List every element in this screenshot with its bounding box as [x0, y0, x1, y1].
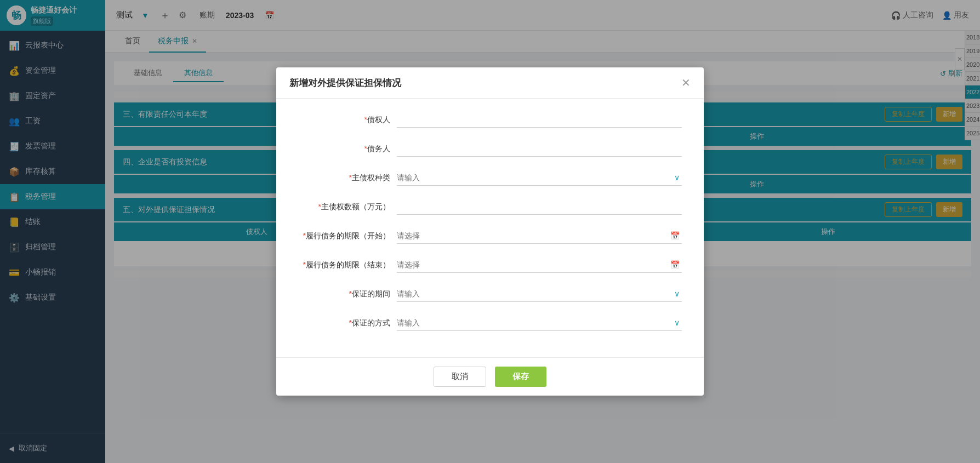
input-date-start[interactable] [397, 228, 668, 243]
date-wrap-end: 📅 [397, 257, 682, 273]
label-creditor: *债权人 [298, 115, 397, 125]
label-debtor: *债务人 [298, 144, 397, 154]
modal-overlay: 新增对外提供保证担保情况 ✕ *债权人 *债务人 *主债权种类 [0, 0, 980, 463]
date-wrap-start: 📅 [397, 228, 682, 244]
cancel-button[interactable]: 取消 [434, 367, 486, 387]
form-row-debt-amount: *主债权数额（万元） [298, 199, 682, 215]
modal-body: *债权人 *债务人 *主债权种类 ∨ [276, 99, 704, 357]
label-date-start: *履行债务的期限（开始） [298, 231, 397, 241]
modal-close-button[interactable]: ✕ [681, 76, 691, 89]
calendar-icon-start[interactable]: 📅 [668, 231, 682, 240]
input-debt-amount[interactable] [397, 199, 682, 215]
label-debt-amount: *主债权数额（万元） [298, 202, 397, 212]
label-guarantee-method: *保证的方式 [298, 318, 397, 328]
form-row-debtor: *债务人 [298, 141, 682, 157]
form-row-guarantee-method: *保证的方式 ∨ [298, 315, 682, 331]
dropdown-arrow-guarantee-period[interactable]: ∨ [672, 289, 682, 298]
dropdown-arrow-debt-type[interactable]: ∨ [672, 173, 682, 182]
modal: 新增对外提供保证担保情况 ✕ *债权人 *债务人 *主债权种类 [276, 67, 704, 396]
form-row-debt-type: *主债权种类 ∨ [298, 170, 682, 186]
label-guarantee-period: *保证的期间 [298, 289, 397, 299]
calendar-icon-end[interactable]: 📅 [668, 260, 682, 269]
input-guarantee-period[interactable] [397, 286, 672, 301]
modal-header: 新增对外提供保证担保情况 ✕ [276, 67, 704, 99]
input-guarantee-method[interactable] [397, 315, 672, 330]
input-date-end[interactable] [397, 257, 668, 272]
modal-title: 新增对外提供保证担保情况 [289, 77, 401, 89]
select-wrap-guarantee-period: ∨ [397, 286, 682, 302]
label-date-end: *履行债务的期限（结束） [298, 260, 397, 270]
select-wrap-guarantee-method: ∨ [397, 315, 682, 331]
save-button[interactable]: 保存 [495, 367, 546, 387]
input-creditor[interactable] [397, 112, 682, 128]
select-wrap-debt-type: ∨ [397, 170, 682, 186]
modal-footer: 取消 保存 [276, 357, 704, 396]
dropdown-arrow-guarantee-method[interactable]: ∨ [672, 318, 682, 327]
input-debt-type[interactable] [397, 170, 672, 185]
input-debtor[interactable] [397, 141, 682, 157]
label-debt-type: *主债权种类 [298, 173, 397, 183]
form-row-creditor: *债权人 [298, 112, 682, 128]
form-row-guarantee-period: *保证的期间 ∨ [298, 286, 682, 302]
form-row-date-start: *履行债务的期限（开始） 📅 [298, 228, 682, 244]
form-row-date-end: *履行债务的期限（结束） 📅 [298, 257, 682, 273]
